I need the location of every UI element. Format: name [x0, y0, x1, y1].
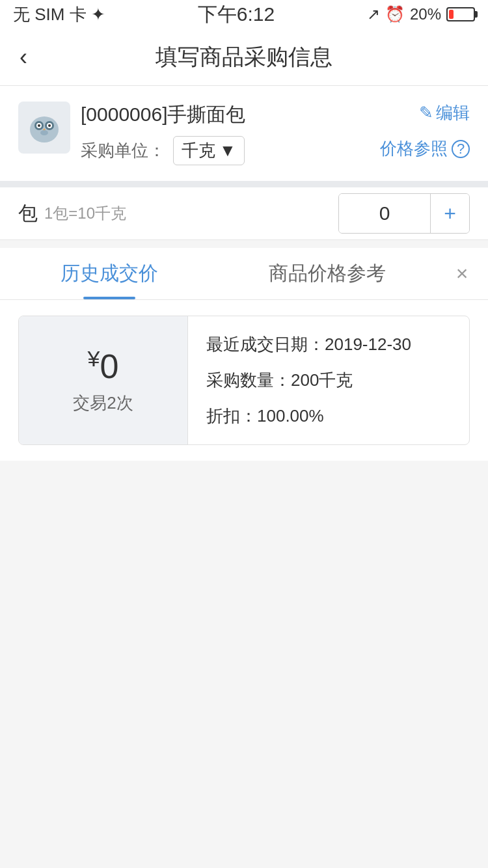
quantity-label: 包 1包=10千克 — [18, 200, 126, 227]
unit-label: 采购单位： — [81, 139, 165, 162]
product-card: [0000006]手撕面包 采购单位： 千克 ▼ ✎ 编辑 价格参照 ? — [0, 86, 488, 181]
date-value: 2019-12-30 — [325, 334, 411, 354]
history-left-panel: ¥0 交易2次 — [19, 316, 188, 444]
price-ref-button[interactable]: 价格参照 ? — [380, 137, 470, 160]
quantity-controls: + — [338, 193, 470, 234]
quantity-row: 包 1包=10千克 + — [0, 187, 488, 239]
quantity-input[interactable] — [339, 194, 430, 233]
back-button[interactable]: ‹ — [13, 37, 34, 77]
tab2-label: 商品价格参考 — [269, 260, 386, 287]
price-value: 0 — [100, 348, 119, 386]
history-qty: 采购数量：200千克 — [206, 368, 451, 393]
product-name: [0000006]手撕面包 — [81, 102, 245, 128]
status-right: ↗ ⏰ 20% — [367, 5, 475, 23]
discount-value: 100.00% — [257, 406, 324, 426]
history-price: ¥0 — [88, 346, 119, 386]
page-title: 填写商品采购信息 — [156, 42, 332, 72]
svg-point-7 — [40, 130, 48, 135]
product-unit-row: 采购单位： 千克 ▼ — [81, 136, 245, 165]
location-icon: ↗ — [367, 5, 380, 23]
edit-icon: ✎ — [419, 103, 433, 123]
product-logo-svg — [25, 110, 64, 146]
date-label: 最近成交日期： — [206, 334, 325, 354]
product-info: [0000006]手撕面包 采购单位： 千克 ▼ — [81, 102, 245, 165]
unit-dropdown-icon: ▼ — [219, 141, 236, 161]
unit-value: 千克 — [182, 139, 215, 162]
battery-percent: 20% — [410, 5, 441, 23]
history-discount: 折扣：100.00% — [206, 403, 451, 429]
history-card: ¥0 交易2次 最近成交日期：2019-12-30 采购数量：200千克 折扣：… — [18, 316, 470, 445]
history-content: ¥0 交易2次 最近成交日期：2019-12-30 采购数量：200千克 折扣：… — [0, 300, 488, 461]
edit-label: 编辑 — [436, 102, 470, 124]
tab-price-ref[interactable]: 商品价格参考 — [218, 248, 436, 299]
history-right-panel: 最近成交日期：2019-12-30 采购数量：200千克 折扣：100.00% — [188, 316, 469, 444]
pkg-icon: 包 — [18, 200, 38, 227]
currency-symbol: ¥ — [88, 346, 100, 371]
alarm-icon: ⏰ — [385, 5, 405, 23]
svg-point-5 — [38, 124, 40, 127]
status-time: 下午6:12 — [198, 1, 275, 28]
status-bar: 无 SIM 卡 ✦ 下午6:12 ↗ ⏰ 20% — [0, 0, 488, 29]
qty-value: 200千克 — [291, 370, 353, 390]
history-date: 最近成交日期：2019-12-30 — [206, 332, 451, 357]
trade-count: 交易2次 — [73, 392, 133, 414]
discount-label: 折扣： — [206, 406, 257, 426]
sim-text: 无 SIM 卡 ✦ — [13, 3, 105, 26]
quantity-sub-label: 1包=10千克 — [44, 203, 126, 224]
battery-indicator — [446, 7, 475, 21]
quantity-plus-button[interactable]: + — [430, 194, 469, 233]
qty-label: 采购数量： — [206, 370, 291, 390]
tab1-label: 历史成交价 — [61, 260, 158, 287]
price-ref-label: 价格参照 — [380, 137, 448, 160]
price-ref-icon: ? — [452, 140, 470, 158]
svg-point-6 — [48, 124, 51, 127]
tab-panel: 历史成交价 商品价格参考 × ¥0 交易2次 最近成交日期：2019-12-30… — [0, 248, 488, 461]
product-logo — [18, 102, 70, 154]
nav-bar: ‹ 填写商品采购信息 — [0, 29, 488, 86]
row-divider — [0, 239, 488, 240]
edit-button[interactable]: ✎ 编辑 — [419, 102, 470, 124]
status-left: 无 SIM 卡 ✦ — [13, 3, 105, 26]
tab-history-price[interactable]: 历史成交价 — [0, 248, 218, 299]
tab-header: 历史成交价 商品价格参考 × — [0, 248, 488, 300]
section-divider — [0, 181, 488, 187]
tab-close-button[interactable]: × — [436, 262, 488, 286]
unit-select[interactable]: 千克 ▼ — [173, 136, 245, 165]
